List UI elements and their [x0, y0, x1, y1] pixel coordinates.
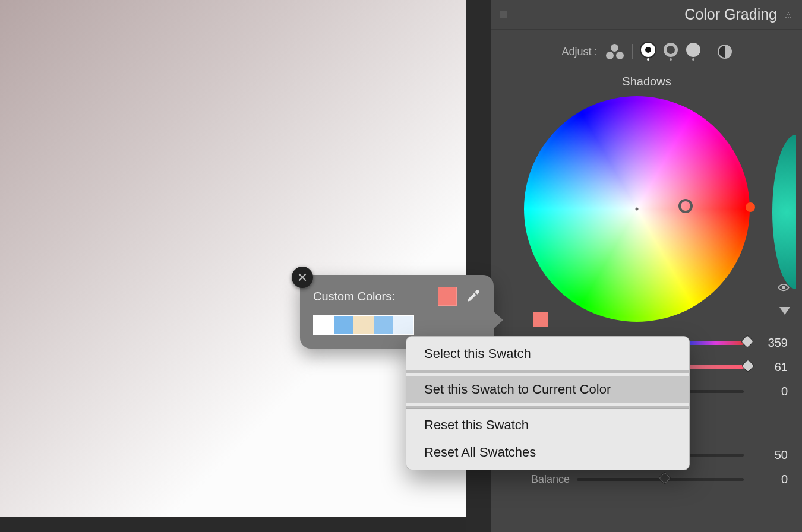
- menu-separator: [406, 406, 689, 409]
- blending-value[interactable]: 50: [751, 448, 788, 462]
- menu-set-swatch-current[interactable]: Set this Swatch to Current Color: [406, 376, 689, 403]
- eyedropper-icon: [465, 289, 481, 304]
- menu-separator: [406, 370, 689, 373]
- panel-menu-icon[interactable]: [785, 12, 791, 18]
- swatch-4[interactable]: [374, 316, 393, 334]
- adjust-global-icon[interactable]: [718, 45, 732, 59]
- color-wheel[interactable]: [524, 96, 750, 322]
- close-button[interactable]: [292, 267, 313, 288]
- swatch-1[interactable]: [314, 316, 334, 334]
- balance-slider[interactable]: [577, 478, 744, 481]
- hue-value[interactable]: 359: [751, 336, 788, 350]
- luminance-value[interactable]: 0: [751, 385, 788, 398]
- balance-value[interactable]: 0: [751, 473, 788, 486]
- adjust-three-way-icon[interactable]: [606, 44, 624, 59]
- secondary-wheel-peek[interactable]: [772, 135, 802, 289]
- svg-point-0: [782, 286, 785, 289]
- adjust-label: Adjust :: [561, 46, 597, 58]
- panel-grip-icon[interactable]: [500, 11, 507, 18]
- adjust-row: Adjust :: [491, 30, 802, 66]
- bottom-strip: [0, 517, 466, 532]
- balance-label: Balance: [506, 473, 570, 486]
- panel-title: Color Grading: [684, 6, 777, 23]
- close-icon: [298, 273, 307, 281]
- section-label: Shadows: [491, 66, 802, 93]
- swatch-5[interactable]: [393, 316, 413, 334]
- custom-colors-label: Custom Colors:: [313, 290, 430, 303]
- visibility-eye-icon[interactable]: [777, 283, 790, 292]
- color-wheel-area: [491, 93, 802, 331]
- sat-value[interactable]: 61: [751, 360, 788, 374]
- expand-toggle-icon[interactable]: [779, 307, 790, 315]
- separator: [632, 44, 633, 59]
- image-canvas[interactable]: [0, 0, 466, 517]
- swatch-context-menu: Select this Swatch Set this Swatch to Cu…: [406, 336, 690, 470]
- adjust-midtones-icon[interactable]: [664, 43, 678, 61]
- current-color-swatch[interactable]: [438, 287, 457, 306]
- swatch-3[interactable]: [353, 316, 373, 334]
- menu-reset-swatch[interactable]: Reset this Swatch: [406, 411, 689, 439]
- wheel-center-icon: [636, 208, 639, 211]
- swatch-row: [313, 315, 414, 335]
- saturation-handle[interactable]: [746, 202, 755, 212]
- adjust-highlights-icon[interactable]: [686, 43, 700, 61]
- current-color-chip[interactable]: [533, 312, 548, 327]
- panel-header: Color Grading: [491, 0, 802, 30]
- eyedropper-button[interactable]: [465, 289, 481, 304]
- wheel-picker-handle[interactable]: [678, 199, 693, 213]
- menu-reset-all-swatches[interactable]: Reset All Swatches: [406, 439, 689, 466]
- balance-slider-row: Balance 0: [506, 467, 788, 492]
- adjust-shadows-icon[interactable]: [641, 43, 655, 61]
- separator: [709, 44, 709, 59]
- swatch-2[interactable]: [334, 316, 353, 334]
- slider-thumb[interactable]: [659, 472, 671, 484]
- menu-select-swatch[interactable]: Select this Swatch: [406, 340, 689, 368]
